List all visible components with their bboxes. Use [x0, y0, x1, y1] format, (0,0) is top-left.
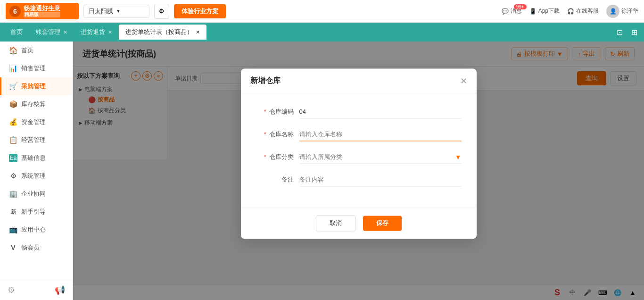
purchase-icon: 🛒 — [9, 82, 17, 91]
logo-icon: 6 — [9, 6, 21, 17]
tab-purchase-stats-label: 进货单统计表（按商品） — [125, 28, 193, 36]
code-required: * — [264, 108, 266, 115]
sidebar-item-appcenter[interactable]: 📺 应用中心 — [0, 221, 73, 239]
sidebar-item-sales[interactable]: 📊 销售管理 — [0, 59, 73, 77]
code-input[interactable] — [299, 105, 462, 118]
settings-gear-icon[interactable]: ⚙ — [8, 285, 15, 295]
sidebar-label-appcenter: 应用中心 — [21, 225, 46, 234]
category-dropdown-icon[interactable]: ▼ — [455, 153, 462, 161]
sidebar-item-guide[interactable]: 新 新手引导 — [0, 203, 73, 221]
cancel-button[interactable]: 取消 — [316, 215, 355, 231]
tab-accounts[interactable]: 账套管理 ✕ — [29, 25, 74, 40]
store-name: 日太阳膜 — [89, 7, 113, 16]
category-input[interactable] — [299, 150, 455, 163]
sidebar-item-operation[interactable]: 📋 经营管理 — [0, 131, 73, 149]
sidebar-item-vip[interactable]: V 畅会员 — [0, 239, 73, 257]
headset-icon: 🎧 — [567, 8, 574, 15]
header-right: 💬 消息 99+ 📱 App下载 🎧 在线客服 👤 徐泽华 — [502, 5, 638, 18]
tab-bar: 首页 账套管理 ✕ 进货退货 ✕ 进货单统计表（按商品） ✕ ⊡ ⊞ — [0, 23, 644, 42]
tab-restore-button[interactable]: ⊡ — [614, 27, 626, 38]
speaker-icon[interactable]: 📢 — [55, 285, 65, 295]
sidebar-item-basic[interactable]: Ea 基础信息 — [0, 149, 73, 167]
online-service-item[interactable]: 🎧 在线客服 — [567, 7, 599, 15]
name-required: * — [264, 131, 266, 138]
store-selector[interactable]: 日太阳膜 ▼ — [83, 5, 149, 18]
sidebar: 🏠 首页 📊 销售管理 🛒 采购管理 📦 库存核算 💰 资金管理 📋 经营管理 … — [0, 42, 73, 300]
sidebar-label-guide: 新手引导 — [21, 208, 46, 216]
main-layout: 🏠 首页 📊 销售管理 🛒 采购管理 📦 库存核算 💰 资金管理 📋 经营管理 … — [0, 42, 644, 300]
sidebar-item-home[interactable]: 🏠 首页 — [0, 42, 73, 59]
try-industry-button[interactable]: 体验行业方案 — [174, 4, 226, 18]
sidebar-label-sales: 销售管理 — [21, 64, 46, 73]
sidebar-label-home: 首页 — [21, 46, 33, 55]
sidebar-item-purchase[interactable]: 🛒 采购管理 — [0, 77, 73, 95]
name-input[interactable] — [299, 128, 462, 141]
vip-icon: V — [9, 243, 17, 252]
enterprise-icon: 🏢 — [9, 190, 17, 198]
sidebar-item-inventory[interactable]: 📦 库存核算 — [0, 95, 73, 113]
modal-header: 新增仓库 ✕ — [241, 68, 477, 94]
tab-expand-button[interactable]: ⊞ — [628, 27, 640, 38]
online-service-label: 在线客服 — [576, 7, 599, 15]
gear-icon: ⚙ — [159, 8, 165, 15]
tab-home[interactable]: 首页 — [4, 25, 29, 40]
sidebar-label-operation: 经营管理 — [21, 136, 46, 144]
tab-accounts-close[interactable]: ✕ — [63, 29, 67, 35]
sidebar-item-finance[interactable]: 💰 资金管理 — [0, 113, 73, 131]
app-download-item[interactable]: 📱 App下载 — [529, 7, 560, 15]
finance-icon: 💰 — [9, 118, 17, 126]
user-item[interactable]: 👤 徐泽华 — [606, 5, 638, 18]
modal-title: 新增仓库 — [250, 76, 281, 86]
sidebar-label-enterprise: 企业协同 — [21, 190, 46, 198]
content-area: 进货单统计(按商品) 🖨 按模板打印 ▼ ↑ 导出 ↻ 刷新 — [73, 42, 644, 300]
tab-bar-actions: ⊡ ⊞ — [614, 27, 640, 38]
modal-body: * 仓库编码 * 仓库名称 * 仓库 — [241, 94, 477, 207]
form-row-code: * 仓库编码 — [256, 105, 462, 118]
message-icon: 💬 — [502, 8, 509, 15]
modal-footer: 取消 保存 — [241, 207, 477, 239]
gear-button[interactable]: ⚙ — [154, 4, 169, 19]
category-label: * 仓库分类 — [256, 153, 294, 161]
name-label: * 仓库名称 — [256, 130, 294, 139]
tab-purchase-return[interactable]: 进货退货 ✕ — [74, 25, 119, 40]
add-warehouse-modal: 新增仓库 ✕ * 仓库编码 * 仓库名称 — [241, 68, 477, 239]
category-required: * — [264, 153, 266, 160]
logo-badge: 精易版 — [24, 12, 60, 17]
sidebar-item-enterprise[interactable]: 🏢 企业协同 — [0, 185, 73, 203]
sales-icon: 📊 — [9, 64, 17, 73]
basic-icon: Ea — [9, 154, 17, 162]
inventory-icon: 📦 — [9, 100, 17, 108]
sidebar-label-system: 系统管理 — [21, 172, 46, 180]
tab-accounts-label: 账套管理 — [36, 28, 60, 36]
sidebar-item-system[interactable]: ⚙ 系统管理 — [0, 167, 73, 185]
tab-purchase-return-close[interactable]: ✕ — [108, 29, 112, 35]
save-button[interactable]: 保存 — [363, 216, 402, 231]
logo-area: 6 畅捷通好生意 精易版 — [6, 3, 79, 20]
phone-icon: 📱 — [529, 8, 537, 15]
tab-purchase-return-label: 进货退货 — [81, 28, 105, 36]
sidebar-label-purchase: 采购管理 — [21, 82, 46, 91]
tab-purchase-stats[interactable]: 进货单统计表（按商品） ✕ — [119, 25, 206, 40]
sidebar-bottom: ⚙ 📢 — [0, 280, 73, 300]
app-download-label: App下载 — [538, 7, 560, 15]
modal-close-button[interactable]: ✕ — [460, 77, 467, 85]
message-item[interactable]: 💬 消息 99+ — [502, 7, 522, 15]
form-row-note: 备注 — [256, 173, 462, 186]
sidebar-label-finance: 资金管理 — [21, 118, 46, 126]
message-badge: 99+ — [514, 4, 527, 9]
operation-icon: 📋 — [9, 136, 17, 144]
category-select-wrap: ▼ — [299, 150, 462, 164]
chevron-down-icon: ▼ — [116, 8, 121, 14]
logo-name: 畅捷通好生意 — [24, 5, 60, 12]
appcenter-icon: 📺 — [9, 225, 17, 234]
system-icon: ⚙ — [9, 172, 17, 180]
guide-icon: 新 — [9, 208, 17, 216]
form-row-name: * 仓库名称 — [256, 128, 462, 141]
top-header: 6 畅捷通好生意 精易版 日太阳膜 ▼ ⚙ 体验行业方案 💬 消息 99+ 📱 … — [0, 0, 644, 23]
note-input[interactable] — [299, 173, 462, 186]
logo-text: 畅捷通好生意 精易版 — [24, 5, 60, 18]
avatar: 👤 — [606, 5, 619, 18]
form-row-category: * 仓库分类 ▼ — [256, 150, 462, 164]
tab-purchase-stats-close[interactable]: ✕ — [196, 29, 200, 35]
code-label: * 仓库编码 — [256, 108, 294, 116]
